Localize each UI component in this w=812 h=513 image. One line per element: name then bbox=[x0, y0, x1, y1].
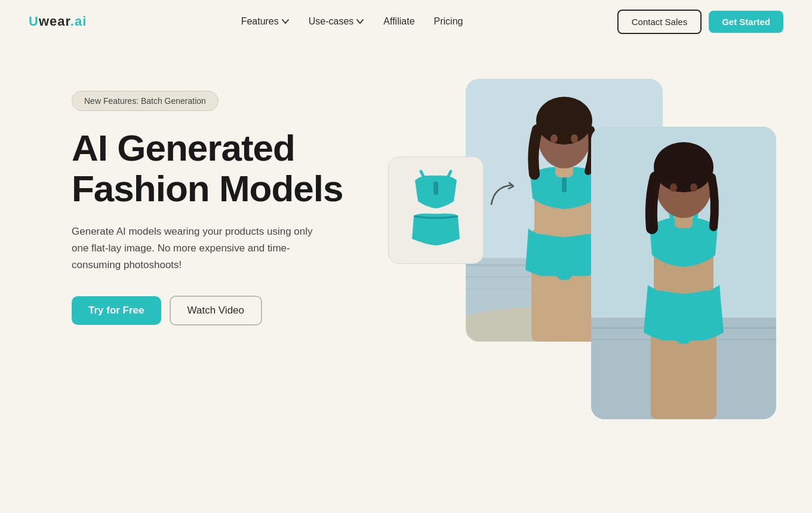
nav-affiliate[interactable]: Affiliate bbox=[383, 16, 414, 27]
svg-point-26 bbox=[654, 142, 713, 192]
nav-center: Features Use-cases Affiliate Pricing bbox=[241, 16, 463, 27]
nav-pricing[interactable]: Pricing bbox=[434, 16, 463, 27]
svg-point-12 bbox=[550, 134, 558, 143]
svg-point-13 bbox=[571, 134, 578, 143]
arrow-icon bbox=[488, 180, 524, 213]
try-for-free-button[interactable]: Try for Free bbox=[72, 296, 161, 325]
svg-point-11 bbox=[536, 97, 592, 145]
watch-video-button[interactable]: Watch Video bbox=[170, 296, 262, 325]
chevron-down-icon bbox=[281, 17, 290, 26]
logo-ai: ai bbox=[75, 14, 87, 29]
logo[interactable]: Uwear.ai bbox=[29, 14, 87, 29]
nav-use-cases[interactable]: Use-cases bbox=[309, 16, 365, 27]
chevron-down-icon bbox=[356, 17, 364, 26]
logo-u: U bbox=[29, 14, 39, 29]
svg-rect-8 bbox=[562, 177, 567, 192]
flatlay-product-card bbox=[388, 156, 484, 264]
new-features-badge: New Features: Batch Generation bbox=[72, 91, 219, 111]
navbar: Uwear.ai Features Use-cases Affiliate Pr… bbox=[0, 0, 812, 43]
svg-rect-15 bbox=[568, 276, 592, 342]
svg-line-32 bbox=[421, 171, 424, 177]
hero-buttons: Try for Free Watch Video bbox=[72, 296, 370, 325]
svg-rect-14 bbox=[536, 276, 560, 342]
nav-right: Contact Sales Get Started bbox=[617, 10, 783, 34]
logo-dot: . bbox=[70, 14, 75, 29]
logo-wear: wear bbox=[39, 14, 70, 29]
contact-sales-button[interactable]: Contact Sales bbox=[617, 10, 702, 34]
svg-point-28 bbox=[690, 183, 697, 192]
hero-title: AI Generated Fashion Models bbox=[72, 128, 370, 209]
svg-point-27 bbox=[670, 183, 677, 192]
svg-rect-31 bbox=[433, 182, 438, 195]
nav-features[interactable]: Features bbox=[241, 16, 290, 27]
hero-images bbox=[370, 79, 776, 485]
svg-line-33 bbox=[448, 171, 451, 177]
get-started-button[interactable]: Get Started bbox=[709, 11, 783, 33]
hero-left: New Features: Batch Generation AI Genera… bbox=[72, 79, 370, 325]
svg-rect-30 bbox=[687, 340, 712, 419]
hero-description: Generate AI models wearing your products… bbox=[72, 223, 322, 274]
hero-section: New Features: Batch Generation AI Genera… bbox=[0, 43, 812, 461]
model-image-right bbox=[591, 127, 776, 419]
svg-rect-29 bbox=[656, 340, 681, 419]
swimsuit-flatlay-image bbox=[403, 168, 469, 252]
